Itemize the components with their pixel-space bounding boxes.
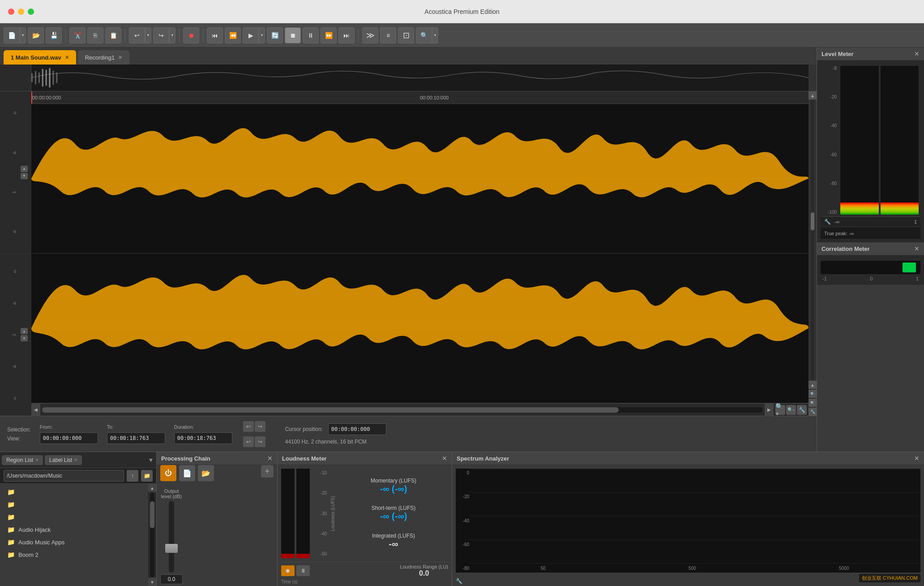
file-scroll-down[interactable]: ▼ bbox=[148, 578, 156, 586]
hscroll-thumb[interactable] bbox=[42, 407, 619, 413]
zoom-button[interactable]: 🔍 bbox=[416, 27, 432, 43]
zoom-minus-right[interactable]: 🔍 bbox=[808, 399, 817, 407]
ch1-up-arrow[interactable]: ▲ bbox=[21, 166, 28, 172]
proc-power-btn[interactable]: ⏻ bbox=[160, 465, 176, 481]
ch2-down-arrow[interactable]: ▼ bbox=[21, 335, 28, 341]
wrench-right[interactable]: 🔧 bbox=[808, 408, 817, 416]
paste-button[interactable]: 📋 bbox=[105, 27, 121, 43]
list-item-boom2[interactable]: 📁 Boom 2 bbox=[0, 548, 148, 561]
channel-2-waveform[interactable] bbox=[31, 254, 808, 403]
hscroll-left-btn[interactable]: ◀ bbox=[31, 404, 40, 416]
list-item-1[interactable]: 📁 bbox=[0, 486, 148, 498]
file-scroll-track[interactable] bbox=[150, 493, 154, 577]
undo-button[interactable]: ↩ bbox=[129, 27, 145, 43]
multitrack-button[interactable]: ≡ bbox=[380, 27, 396, 43]
pause-button[interactable]: ⏸ bbox=[303, 27, 319, 43]
waveform-hscroll[interactable]: ◀ ▶ 🔍+ 🔍- 🔧 bbox=[31, 403, 808, 416]
list-item-3[interactable]: 📁 bbox=[0, 511, 148, 523]
new-arrow[interactable]: ▾ bbox=[20, 27, 26, 43]
selection-undo[interactable]: ↩ bbox=[243, 421, 254, 432]
close-button[interactable] bbox=[8, 9, 14, 15]
record-button[interactable]: ⏺ bbox=[183, 27, 199, 43]
save-button[interactable]: 💾 bbox=[46, 27, 62, 43]
waveform-overview-canvas[interactable]: // Will be replaced by inline SVG data bbox=[31, 65, 808, 91]
view-to-input[interactable] bbox=[107, 432, 165, 444]
zoom-wrench-btn[interactable]: 🔧 bbox=[797, 405, 807, 415]
list-item-audio-hijack[interactable]: 📁 Audio Hijack bbox=[0, 523, 148, 536]
traffic-lights[interactable] bbox=[8, 9, 34, 15]
file-scroll-up[interactable]: ▲ bbox=[148, 484, 156, 492]
panel-tab-arrow[interactable]: ▾ bbox=[147, 456, 154, 464]
view-duration-input[interactable] bbox=[174, 432, 232, 444]
tab-recording1-close[interactable]: ✕ bbox=[118, 55, 122, 60]
tab-main-sound[interactable]: 1 Main Sound.wav ✕ bbox=[4, 50, 76, 65]
fader-thumb[interactable] bbox=[165, 544, 178, 553]
proc-open-btn[interactable]: 📂 bbox=[198, 465, 214, 481]
maximize-button[interactable] bbox=[28, 9, 34, 15]
file-vscroll[interactable]: ▲ ▼ bbox=[148, 484, 156, 586]
label-list-close[interactable]: ✕ bbox=[74, 457, 77, 462]
ch2-arrow-group[interactable]: ▲ ▼ bbox=[21, 328, 28, 341]
select-button[interactable]: ⊡ bbox=[398, 27, 414, 43]
zoom-in-btn[interactable]: 🔍+ bbox=[775, 405, 785, 415]
waveform-vscroll[interactable]: ▲ ▲ 🔍 🔍 🔧 bbox=[808, 91, 817, 416]
fader-value[interactable]: 0.0 bbox=[160, 574, 183, 584]
fast-forward-button[interactable]: ⏩ bbox=[321, 27, 337, 43]
hscroll-right-btn[interactable]: ▶ bbox=[765, 404, 774, 416]
minimize-button[interactable] bbox=[18, 9, 24, 15]
view-from-input[interactable] bbox=[40, 432, 98, 444]
new-button[interactable]: 📄 bbox=[4, 27, 20, 43]
ch1-down-arrow[interactable]: ▼ bbox=[21, 173, 28, 179]
spectrum-analyzer-close[interactable]: ✕ bbox=[914, 455, 920, 462]
proc-new-btn[interactable]: 📄 bbox=[179, 465, 195, 481]
vscroll-down-btn[interactable]: ▲ bbox=[808, 381, 817, 389]
vscroll-track[interactable] bbox=[811, 100, 814, 380]
region-list-close[interactable]: ✕ bbox=[35, 457, 38, 462]
proc-add-btn[interactable]: + bbox=[261, 465, 274, 478]
open-button[interactable]: 📂 bbox=[28, 27, 44, 43]
play-arrow[interactable]: ▾ bbox=[259, 27, 265, 43]
redo-button[interactable]: ↪ bbox=[153, 27, 169, 43]
snap-button[interactable]: ≫ bbox=[362, 27, 378, 43]
to-start-button[interactable]: ⏮ bbox=[207, 27, 223, 43]
copy-button[interactable]: ⎘ bbox=[87, 27, 103, 43]
ch2-up-arrow[interactable]: ▲ bbox=[21, 328, 28, 334]
loudness-pause-btn[interactable]: ⏸ bbox=[296, 565, 310, 576]
zoom-arrow[interactable]: ▾ bbox=[432, 27, 438, 43]
fader-track[interactable] bbox=[169, 501, 174, 573]
tab-region-list[interactable]: Region List ✕ bbox=[2, 455, 43, 465]
level-wrench-icon[interactable]: 🔧 bbox=[824, 219, 831, 225]
undo-arrow[interactable]: ▾ bbox=[145, 27, 151, 43]
zoom-out-btn[interactable]: 🔍- bbox=[786, 405, 796, 415]
processing-chain-close[interactable]: ✕ bbox=[267, 455, 273, 462]
play-button[interactable]: ▶ bbox=[243, 27, 259, 43]
waveform-overview[interactable]: // Will be replaced by inline SVG data bbox=[0, 65, 817, 91]
redo-arrow[interactable]: ▾ bbox=[169, 27, 175, 43]
file-nav-folder[interactable]: 📁 bbox=[141, 470, 153, 482]
stop-button[interactable]: ⏹ bbox=[285, 27, 301, 43]
rewind-button[interactable]: ⏪ bbox=[225, 27, 241, 43]
loop-button[interactable]: 🔄 bbox=[267, 27, 283, 43]
zoom-plus-right[interactable]: 🔍 bbox=[808, 390, 817, 398]
tab-label-list[interactable]: Label List ✕ bbox=[45, 455, 82, 465]
ch1-arrow-group[interactable]: ▲ ▼ bbox=[21, 166, 28, 179]
tab-main-sound-close[interactable]: ✕ bbox=[65, 55, 69, 60]
view-redo[interactable]: ↪ bbox=[255, 436, 265, 447]
file-nav-up[interactable]: ↑ bbox=[127, 470, 138, 482]
list-item-2[interactable]: 📁 bbox=[0, 498, 148, 511]
correlation-meter-close[interactable]: ✕ bbox=[914, 245, 920, 252]
channel-1-waveform[interactable]: // placeholder bbox=[31, 104, 808, 254]
list-item-audio-music-apps[interactable]: 📁 Audio Music Apps bbox=[0, 536, 148, 548]
file-path-input[interactable] bbox=[4, 470, 124, 482]
spectrum-wrench-icon[interactable]: 🔧 bbox=[456, 578, 462, 584]
selection-redo[interactable]: ↪ bbox=[255, 421, 265, 432]
level-meter-close[interactable]: ✕ bbox=[914, 50, 920, 57]
tab-recording1[interactable]: Recording1 ✕ bbox=[78, 50, 130, 65]
file-scroll-thumb[interactable] bbox=[150, 501, 154, 528]
cut-button[interactable]: ✂️ bbox=[69, 27, 86, 43]
waveform-channels[interactable]: // placeholder bbox=[31, 104, 808, 403]
to-end-button[interactable]: ⏭ bbox=[338, 27, 355, 43]
loudness-meter-close[interactable]: ✕ bbox=[442, 455, 447, 462]
vscroll-thumb[interactable] bbox=[811, 212, 814, 230]
loudness-play-btn[interactable]: ⏺ bbox=[281, 565, 295, 576]
